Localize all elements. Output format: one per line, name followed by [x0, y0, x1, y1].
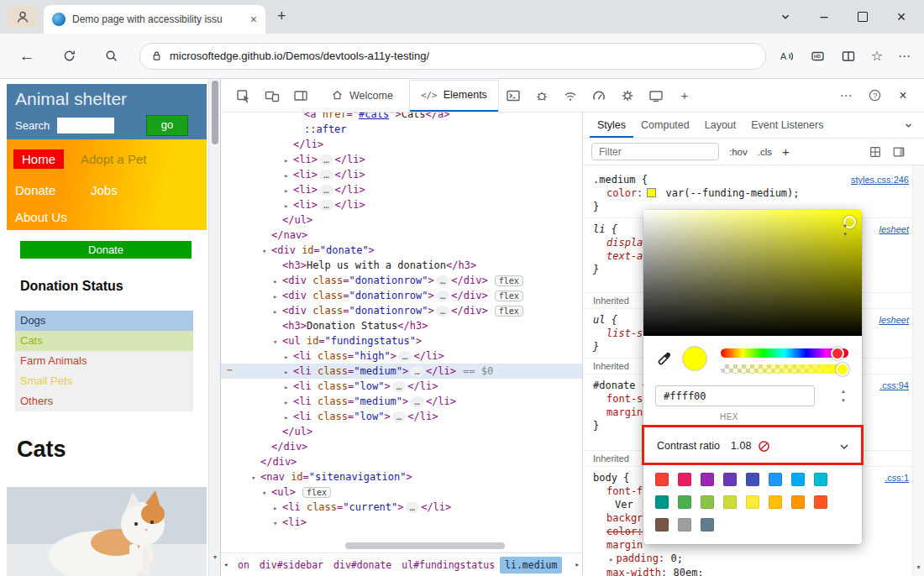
stylesheet-link[interactable]: lesheet: [879, 313, 909, 327]
tree-expand-icon[interactable]: ▸: [284, 168, 293, 183]
palette-swatch[interactable]: [723, 473, 737, 486]
settings-button[interactable]: [613, 83, 642, 108]
palette-swatch[interactable]: [655, 518, 669, 531]
donate-button[interactable]: Donate: [20, 241, 192, 259]
collapsed-content-button[interactable]: …: [319, 185, 333, 196]
performance-button[interactable]: [585, 83, 613, 108]
current-color-swatch[interactable]: [682, 346, 707, 371]
breadcrumb-left-arrow-icon[interactable]: ◂: [223, 560, 228, 568]
palette-swatch[interactable]: [701, 473, 714, 486]
palette-swatch[interactable]: [655, 473, 669, 486]
nav-jobs[interactable]: Jobs: [91, 183, 118, 197]
palette-swatch[interactable]: [814, 495, 827, 509]
breadcrumb-right-arrow-icon[interactable]: ▸: [575, 560, 580, 568]
flex-badge[interactable]: flex: [495, 275, 523, 286]
tab-welcome[interactable]: Welcome: [320, 79, 404, 112]
node-more-actions-icon[interactable]: ⋯: [224, 365, 235, 376]
more-tools-icon[interactable]: ⋯: [832, 83, 860, 108]
palette-down-icon[interactable]: ▾: [838, 229, 852, 238]
css-property[interactable]: max-width: 80em;: [593, 566, 912, 576]
dom-tree-line[interactable]: ▾<li>: [221, 515, 582, 530]
dom-tree-line[interactable]: </div>: [221, 439, 582, 454]
tree-expand-icon[interactable]: ▸: [273, 304, 282, 319]
breadcrumb-item[interactable]: on: [233, 557, 255, 573]
sidebar-tab-styles[interactable]: Styles: [590, 113, 633, 138]
alpha-slider-thumb[interactable]: [836, 363, 849, 376]
contrast-expand-chevron-icon[interactable]: [838, 441, 850, 455]
dom-tree-line[interactable]: </nav>: [221, 228, 582, 243]
cast-button[interactable]: [642, 83, 670, 108]
close-devtools-button[interactable]: ×: [889, 83, 917, 108]
dom-tree-line[interactable]: <h3>Help us with a donation</h3>: [221, 258, 582, 273]
refresh-button[interactable]: [59, 46, 79, 66]
tab-close-icon[interactable]: ×: [250, 13, 257, 25]
breadcrumb-item[interactable]: ul#fundingstatus: [396, 557, 500, 573]
breadcrumb-item[interactable]: div#sidebar: [255, 557, 328, 573]
back-button[interactable]: ←: [17, 46, 37, 66]
palette-swatch[interactable]: [678, 518, 691, 531]
collapsed-content-button[interactable]: …: [319, 154, 333, 165]
dom-tree-line[interactable]: </li>: [221, 137, 582, 152]
sidebar-tab-event-listeners[interactable]: Event Listeners: [743, 113, 831, 138]
sidebar-tab-layout[interactable]: Layout: [697, 113, 744, 138]
nav-home[interactable]: Home: [13, 149, 64, 169]
dom-tree-line[interactable]: </ul>: [221, 212, 582, 228]
device-emulation-button[interactable]: [258, 83, 286, 108]
color-gradient-area[interactable]: [643, 210, 862, 336]
tab-search-chevron-icon[interactable]: [766, 0, 805, 34]
collapsed-content-button[interactable]: …: [398, 351, 412, 362]
palette-swatch[interactable]: [769, 495, 782, 509]
flex-badge[interactable]: flex: [302, 487, 331, 498]
search-button[interactable]: [101, 46, 121, 66]
collapsed-content-button[interactable]: …: [436, 275, 450, 286]
dom-tree-line[interactable]: ▸<li class="medium">…</li>: [221, 394, 582, 409]
tree-expand-icon[interactable]: ▸: [273, 274, 282, 289]
palette-swatch[interactable]: [655, 495, 669, 509]
tree-expand-icon[interactable]: ▾: [262, 243, 271, 259]
dom-tree-line[interactable]: ▸<li class="low">…</li>: [221, 409, 582, 424]
tree-expand-icon[interactable]: ▸: [284, 198, 293, 213]
collapsed-content-button[interactable]: …: [319, 200, 333, 211]
dom-tree-line[interactable]: ▾<div id="donate">: [221, 243, 582, 258]
collapsed-content-button[interactable]: …: [436, 291, 450, 301]
nav-donate[interactable]: Donate: [15, 183, 55, 197]
tree-expand-icon[interactable]: ▾: [251, 470, 260, 485]
dom-tree-line[interactable]: <a href="#cats">Cats</a>: [221, 113, 582, 122]
shorthand-expand-icon[interactable]: ▸: [609, 555, 613, 563]
dom-tree-line[interactable]: ▾<nav id="sitenavigation">: [221, 469, 582, 484]
grid-overlay-icon[interactable]: [869, 145, 882, 159]
collapsed-content-button[interactable]: …: [436, 306, 450, 317]
hd-badge-icon[interactable]: HD: [810, 49, 826, 64]
maximize-button[interactable]: [843, 0, 882, 34]
format-stepper[interactable]: ▴ ▾: [836, 386, 851, 405]
tree-expand-icon[interactable]: ▸: [273, 500, 282, 516]
tree-expand-icon[interactable]: ▸: [284, 153, 293, 168]
stylesheet-link[interactable]: styles.css:246: [851, 173, 909, 186]
hov-toggle[interactable]: :hov: [729, 147, 748, 157]
palette-swatch[interactable]: [723, 495, 737, 509]
tree-horizontal-scrollbar[interactable]: [221, 539, 582, 552]
issues-button[interactable]: [528, 83, 556, 108]
stepper-up-icon[interactable]: ▴: [836, 386, 851, 395]
dom-tree-line[interactable]: ▸<li>…</li>: [221, 197, 582, 212]
minimize-button[interactable]: –: [805, 0, 843, 34]
color-swatch[interactable]: [647, 188, 656, 197]
close-window-button[interactable]: ×: [882, 0, 921, 34]
sidebar-tabs-chevron-icon[interactable]: [903, 120, 914, 134]
stylesheet-link[interactable]: lesheet: [879, 223, 909, 236]
tree-expand-icon[interactable]: ▸: [273, 289, 282, 304]
eyedropper-icon[interactable]: [655, 349, 674, 371]
tree-expand-icon[interactable]: ▸: [284, 380, 293, 395]
tree-expand-icon[interactable]: ▸: [284, 183, 293, 198]
profile-button[interactable]: [7, 5, 39, 29]
browser-tab[interactable]: Demo page with accessibility issu ×: [44, 5, 265, 34]
palette-swatch[interactable]: [701, 518, 714, 531]
cls-toggle[interactable]: .cls: [758, 147, 772, 157]
collapsed-content-button[interactable]: …: [319, 170, 333, 181]
dom-tree-line[interactable]: ▸<li>…</li>: [221, 152, 582, 167]
palette-swatch[interactable]: [769, 473, 782, 486]
add-tools-button[interactable]: +: [670, 83, 699, 108]
favorites-star-icon[interactable]: ☆: [871, 48, 883, 64]
palette-swatch[interactable]: [746, 473, 759, 486]
palette-swatch[interactable]: [678, 473, 691, 486]
